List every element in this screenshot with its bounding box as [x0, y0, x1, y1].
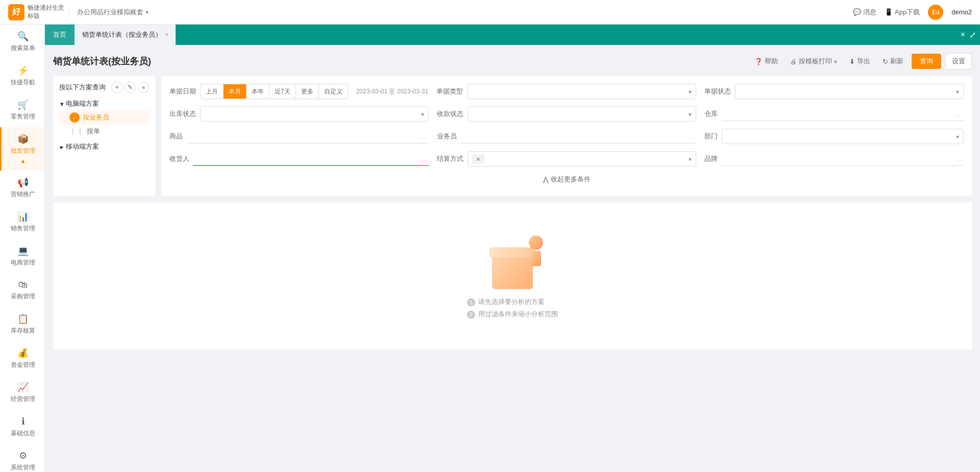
query-btn[interactable]: 查询	[912, 54, 941, 69]
goods-dots: ...	[421, 132, 427, 140]
sales-icon: 📊	[17, 211, 29, 222]
brand-input[interactable]: ...	[722, 152, 964, 166]
collect-status-select[interactable]	[468, 106, 696, 122]
date-opt-thisyear[interactable]: 本年	[247, 84, 270, 99]
salesman-input[interactable]: ...	[461, 129, 696, 144]
scheme-add-btn[interactable]: +	[111, 82, 122, 93]
sidebar-item-label: 搜索菜单	[11, 44, 35, 53]
warehouse-input[interactable]: ...	[722, 107, 964, 121]
empty-step-2: 2 用过滤条件来缩小分析范围	[467, 310, 558, 319]
filter-doctype-group: 单据类型	[436, 84, 696, 99]
sidebar-item-inventory[interactable]: 📋 库存核算	[0, 307, 44, 341]
scheme-group-pc-header[interactable]: ▾ 电脑端方案	[59, 97, 149, 110]
sidebar-item-retail[interactable]: 🛒 零售管理	[0, 93, 44, 127]
dept-select[interactable]	[722, 129, 964, 144]
user-avatar[interactable]: Ea	[928, 5, 943, 20]
scheme-child-doc[interactable]: ⋮⋮ 按单	[59, 125, 149, 138]
search-icon: 🔍	[17, 31, 29, 42]
collapse-btn[interactable]: ⋀ 收起更多条件	[543, 175, 591, 184]
logo-area[interactable]: 好 畅捷通好生意 标版	[8, 4, 64, 20]
basic-icon: ℹ	[21, 416, 25, 427]
warehouse-dots: ...	[956, 110, 962, 117]
payment-select[interactable]: ×	[468, 151, 696, 167]
purchase-icon: 🛍	[18, 279, 28, 290]
tab-home[interactable]: 首页	[45, 25, 75, 45]
scheme-panel-header: 按以下方案查询 + ✎ «	[59, 82, 149, 93]
app-download-action[interactable]: 📱 App下载	[885, 8, 920, 17]
warehouse-label: 仓库	[704, 109, 718, 119]
scheme-collapse-btn[interactable]: «	[138, 82, 149, 93]
wholesale-expand-icon: ▲	[20, 157, 26, 164]
export-btn[interactable]: ⬇ 导出	[845, 55, 874, 68]
filter-receiver-group: 收货人 ...	[169, 152, 429, 166]
receiver-input[interactable]: ...	[193, 152, 429, 166]
scheme-group-mobile-header[interactable]: ▸ 移动端方案	[59, 140, 149, 153]
filter-row-4: 收货人 ... 结算方式 ×	[169, 151, 964, 167]
sidebar-item-label: 快捷导航	[11, 78, 35, 87]
filter-warehouse-group: 仓库 ...	[704, 107, 964, 121]
collapse-up-icon: ⋀	[543, 176, 549, 183]
doc-type-chevron	[689, 88, 692, 96]
tab-close-btn[interactable]: ×	[165, 31, 168, 38]
out-status-select[interactable]	[200, 106, 429, 122]
tab-active-label: 销货单统计表（按业务员）	[82, 30, 162, 39]
sidebar: 🔍 搜索菜单 ⚡ 快捷导航 🛒 零售管理 📦 批发管理 ▲ 📢 营销推广 📊 销…	[0, 25, 45, 472]
two-col-layout: 按以下方案查询 + ✎ « ▾ 电脑端方案	[53, 76, 972, 196]
print-chevron	[834, 58, 837, 65]
sidebar-item-ecommerce[interactable]: 💻 电商管理	[0, 239, 44, 273]
scheme-child-salesman[interactable]: ✓ 按业务员	[59, 110, 149, 125]
date-opt-custom[interactable]: 自定义	[319, 84, 348, 99]
date-opt-7days[interactable]: 近7天	[270, 84, 296, 99]
sidebar-item-marketing[interactable]: 📢 营销推广	[0, 171, 44, 205]
template-print-btn[interactable]: 🖨 按模板打印	[786, 55, 841, 68]
sidebar-item-quicknav[interactable]: ⚡ 快捷导航	[0, 59, 44, 93]
step2-num: 2	[467, 311, 475, 319]
pc-group-collapse-icon: ▾	[60, 100, 64, 108]
sidebar-item-operation[interactable]: 📈 经营管理	[0, 375, 44, 410]
sidebar-item-sales[interactable]: 📊 销售管理	[0, 205, 44, 239]
sidebar-item-purchase[interactable]: 🛍 采购管理	[0, 273, 44, 307]
tab-home-label: 首页	[53, 30, 66, 39]
date-opt-more[interactable]: 更多	[296, 84, 319, 99]
retail-icon: 🛒	[17, 99, 29, 110]
sidebar-item-search[interactable]: 🔍 搜索菜单	[0, 25, 44, 59]
scheme-active-icon: ✓	[69, 112, 80, 123]
date-opt-lastmonth[interactable]: 上月	[201, 84, 224, 99]
scheme-child-label: 按业务员	[83, 113, 109, 122]
settings-btn[interactable]: 设置	[945, 53, 972, 69]
dept-label: 部门	[704, 132, 718, 141]
doc-type-label: 单据类型	[436, 87, 463, 96]
tab-maximize-btn[interactable]: ⤢	[969, 30, 976, 40]
help-btn[interactable]: ❓ 帮助	[750, 55, 782, 68]
tab-active[interactable]: 销货单统计表（按业务员） ×	[75, 25, 176, 45]
step1-num: 1	[467, 298, 475, 306]
sidebar-item-label: 销售管理	[11, 224, 35, 233]
app-selector[interactable]: 办公用品行业模拟账套	[73, 6, 153, 19]
scheme-edit-btn[interactable]: ✎	[125, 82, 136, 93]
ecommerce-icon: 💻	[17, 245, 29, 256]
user-name[interactable]: demo2	[951, 8, 972, 16]
pc-group-label: 电脑端方案	[66, 99, 99, 108]
collect-status-label: 收款状态	[437, 109, 463, 119]
doc-type-select[interactable]	[467, 84, 696, 99]
sidebar-item-wholesale[interactable]: 📦 批发管理 ▲	[0, 127, 44, 171]
scheme-doc-icon: ⋮⋮	[69, 127, 84, 135]
marketing-icon: 📢	[17, 177, 29, 188]
scheme-panel-title: 按以下方案查询	[59, 83, 106, 92]
empty-step-1: 1 请先选择要分析的方案	[467, 297, 558, 306]
empty-figure-body	[531, 251, 541, 266]
filter-date-group: 单据日期 上月 本月 本年 近7天 更多 自定义 2023-03-01 至 20…	[169, 84, 428, 99]
refresh-btn[interactable]: ↻ 刷新	[878, 55, 908, 68]
sidebar-item-basic[interactable]: ℹ 基础信息	[0, 410, 44, 444]
filter-row-3: 商品 ... 业务员 ... 部门	[169, 129, 964, 144]
system-icon: ⚙	[19, 450, 27, 461]
doc-status-select[interactable]	[735, 84, 964, 99]
empty-box-body	[492, 253, 533, 289]
message-action[interactable]: 💬 消息	[853, 8, 876, 17]
date-opt-thismonth[interactable]: 本月	[224, 84, 247, 99]
collapse-label: 收起更多条件	[551, 175, 591, 184]
goods-input[interactable]: ...	[187, 129, 429, 144]
sidebar-item-system[interactable]: ⚙ 系统管理	[0, 444, 44, 472]
sidebar-item-finance[interactable]: 💰 资金管理	[0, 341, 44, 375]
tab-close-window-btn[interactable]: ×	[961, 30, 965, 39]
